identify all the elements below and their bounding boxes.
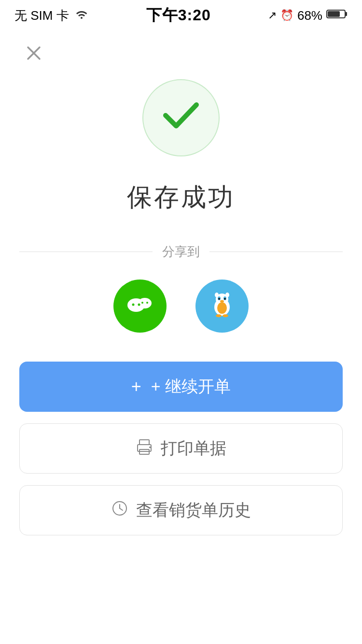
success-title: 保存成功 — [127, 181, 235, 214]
print-button[interactable]: 打印单据 — [19, 423, 343, 474]
svg-rect-23 — [139, 440, 149, 445]
status-time: 下午3:20 — [146, 5, 211, 26]
status-left: 无 SIM 卡 — [14, 7, 89, 24]
continue-button[interactable]: + + 继续开单 — [19, 362, 343, 412]
svg-point-17 — [220, 300, 224, 303]
svg-point-20 — [223, 314, 228, 317]
location-icon: ↗ — [268, 9, 277, 22]
close-button[interactable] — [19, 39, 48, 68]
svg-rect-26 — [149, 447, 151, 448]
status-right: ↗ ⏰ 68% — [268, 8, 348, 23]
svg-rect-2 — [328, 11, 340, 17]
alarm-icon: ⏰ — [280, 9, 293, 22]
checkmark-icon — [162, 98, 200, 138]
divider-left — [19, 252, 153, 252]
action-buttons: + + 继续开单 打印单据 — [0, 362, 362, 535]
history-button[interactable]: 查看销货单历史 — [19, 485, 343, 535]
plus-icon: + — [131, 377, 141, 397]
svg-line-29 — [120, 508, 123, 510]
svg-rect-1 — [345, 12, 347, 16]
svg-point-18 — [217, 302, 227, 314]
success-icon-circle — [142, 79, 220, 156]
svg-point-22 — [225, 293, 229, 297]
divider-right — [209, 252, 343, 252]
wifi-icon — [74, 8, 89, 23]
main-content: 保存成功 分享到 — [0, 31, 362, 535]
svg-point-21 — [215, 293, 219, 297]
svg-point-10 — [146, 302, 148, 304]
share-icons-row — [113, 280, 249, 333]
print-label: 打印单据 — [161, 437, 226, 460]
sim-status: 无 SIM 卡 — [14, 7, 69, 24]
clock-icon — [111, 500, 128, 521]
svg-point-6 — [138, 298, 152, 308]
share-divider-row: 分享到 — [0, 243, 362, 260]
printer-icon — [136, 438, 153, 459]
battery-percent: 68% — [297, 8, 322, 23]
svg-point-15 — [218, 298, 220, 300]
svg-point-8 — [138, 304, 140, 306]
status-bar: 无 SIM 卡 下午3:20 ↗ ⏰ 68% — [0, 0, 362, 31]
battery-icon — [326, 8, 348, 23]
qq-share-button[interactable] — [195, 280, 249, 333]
svg-point-9 — [141, 302, 143, 304]
history-label: 查看销货单历史 — [136, 499, 251, 521]
share-section: 分享到 — [0, 243, 362, 333]
svg-point-16 — [224, 298, 226, 300]
continue-label: + 继续开单 — [151, 376, 231, 398]
wechat-share-button[interactable] — [113, 280, 167, 333]
svg-point-7 — [132, 304, 135, 306]
svg-point-19 — [216, 314, 222, 317]
share-label: 分享到 — [153, 243, 209, 260]
